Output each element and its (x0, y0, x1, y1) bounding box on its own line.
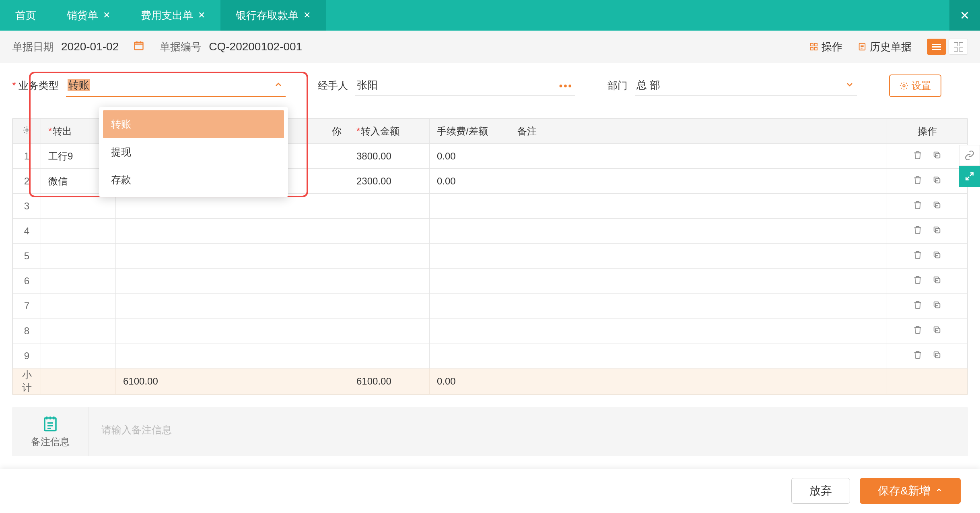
dropdown-item-transfer[interactable]: 转账 (103, 110, 284, 138)
note-cell[interactable] (510, 294, 887, 319)
link-icon (964, 150, 975, 161)
out-cell[interactable] (41, 319, 116, 343)
table-row[interactable]: 6 (13, 269, 968, 294)
hidden-cell[interactable] (116, 319, 349, 343)
chevron-up-icon[interactable] (274, 80, 283, 92)
chevron-down-icon[interactable] (845, 80, 854, 92)
ellipsis-icon[interactable]: ••• (559, 80, 573, 91)
note-cell[interactable] (510, 269, 887, 294)
delete-row-button[interactable] (913, 151, 922, 162)
ops-button[interactable]: 操作 (805, 40, 846, 54)
copy-row-button[interactable] (933, 225, 941, 237)
copy-row-button[interactable] (933, 325, 941, 337)
expand-button[interactable] (959, 166, 980, 187)
delete-row-button[interactable] (913, 300, 922, 312)
dept-field[interactable]: 部门 (607, 75, 857, 96)
fee-cell[interactable] (430, 194, 510, 219)
notepad-icon (42, 415, 59, 432)
gear-header[interactable] (13, 119, 41, 144)
table-row[interactable]: 3 (13, 194, 968, 219)
save-button[interactable]: 保存&新增 (860, 478, 961, 504)
fee-cell[interactable]: 0.00 (430, 144, 510, 169)
fee-cell[interactable]: 0.00 (430, 169, 510, 194)
delete-row-button[interactable] (913, 325, 922, 337)
copy-row-button[interactable] (933, 350, 941, 362)
handler-input[interactable] (355, 75, 575, 96)
tab-sales[interactable]: 销货单✕ (51, 0, 126, 31)
out-cell[interactable] (41, 244, 116, 269)
close-icon[interactable]: ✕ (303, 11, 311, 20)
dept-input[interactable] (635, 75, 857, 96)
view-grid-button[interactable] (949, 39, 968, 55)
note-cell[interactable] (510, 144, 887, 169)
note-cell[interactable] (510, 219, 887, 244)
dropdown-item-deposit[interactable]: 存款 (103, 166, 284, 194)
delete-row-button[interactable] (913, 250, 922, 262)
delete-row-button[interactable] (913, 225, 922, 237)
delete-row-button[interactable] (913, 176, 922, 187)
table-row[interactable]: 4 (13, 219, 968, 244)
copy-row-button[interactable] (933, 250, 941, 262)
tab-bank[interactable]: 银行存取款单✕ (220, 0, 326, 31)
copy-row-button[interactable] (933, 176, 941, 187)
gear-icon (23, 126, 31, 134)
table-row[interactable]: 7 (13, 294, 968, 319)
biz-type-input[interactable]: 转账 (66, 74, 286, 97)
delete-row-button[interactable] (913, 275, 922, 287)
table-row[interactable]: 9 (13, 343, 968, 368)
copy-row-button[interactable] (933, 300, 941, 312)
ops-cell (887, 319, 968, 343)
out-cell[interactable] (41, 219, 116, 244)
in-amt-cell[interactable] (349, 219, 430, 244)
hidden-cell[interactable] (116, 194, 349, 219)
dropdown-item-withdraw[interactable]: 提现 (103, 138, 284, 166)
table-row[interactable]: 8 (13, 319, 968, 343)
delete-row-button[interactable] (913, 350, 922, 362)
in-amt-cell[interactable] (349, 194, 430, 219)
history-button[interactable]: 历史单据 (854, 40, 916, 54)
hidden-cell[interactable] (116, 294, 349, 319)
fee-cell[interactable] (430, 269, 510, 294)
note-cell[interactable] (510, 319, 887, 343)
in-amt-cell[interactable]: 2300.00 (349, 169, 430, 194)
tab-home[interactable]: 首页 (0, 0, 51, 31)
settings-button[interactable]: 设置 (889, 74, 941, 97)
in-amt-cell[interactable] (349, 294, 430, 319)
biz-type-field[interactable]: *业务类型 转账 (12, 74, 286, 97)
copy-row-button[interactable] (933, 201, 941, 212)
in-amt-cell[interactable] (349, 244, 430, 269)
table-row[interactable]: 5 (13, 244, 968, 269)
in-amt-cell[interactable] (349, 319, 430, 343)
out-cell[interactable] (41, 269, 116, 294)
copy-row-button[interactable] (933, 151, 941, 162)
in-amt-cell[interactable]: 3800.00 (349, 144, 430, 169)
hidden-cell[interactable] (116, 269, 349, 294)
date-value[interactable]: 2020-01-02 (61, 40, 119, 53)
remark-input[interactable] (100, 420, 957, 440)
fee-cell[interactable] (430, 219, 510, 244)
biz-type-dropdown: 转账 提现 存款 (99, 107, 288, 197)
fee-cell[interactable] (430, 294, 510, 319)
in-amt-cell[interactable] (349, 269, 430, 294)
hidden-cell[interactable] (116, 219, 349, 244)
note-cell[interactable] (510, 194, 887, 219)
view-list-button[interactable] (927, 39, 946, 55)
note-cell[interactable] (510, 244, 887, 269)
copy-row-button[interactable] (933, 275, 941, 287)
out-cell[interactable] (41, 194, 116, 219)
calendar-icon[interactable] (133, 40, 144, 54)
note-cell[interactable] (510, 169, 887, 194)
close-icon[interactable]: ✕ (103, 11, 110, 20)
cancel-button[interactable]: 放弃 (791, 478, 850, 504)
out-cell[interactable] (41, 294, 116, 319)
delete-row-button[interactable] (913, 201, 922, 212)
close-panel-button[interactable] (949, 0, 980, 31)
close-icon[interactable]: ✕ (198, 11, 205, 20)
attachment-button[interactable] (959, 145, 980, 166)
fee-cell[interactable] (430, 244, 510, 269)
tab-expense[interactable]: 费用支出单✕ (126, 0, 220, 31)
fee-cell[interactable] (430, 319, 510, 343)
hidden-cell[interactable] (116, 244, 349, 269)
handler-field[interactable]: 经手人 ••• (318, 75, 575, 96)
subtotal-fee: 0.00 (430, 368, 510, 395)
